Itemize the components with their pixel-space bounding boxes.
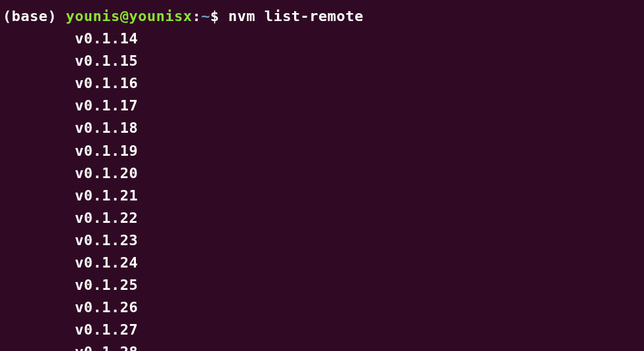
command-text: nvm list-remote [228,8,364,24]
output-version-line: v0.1.21 [3,185,641,207]
output-version-line: v0.1.24 [3,252,641,274]
output-version-line: v0.1.28 [3,341,641,351]
output-version-line: v0.1.22 [3,207,641,229]
prompt-dollar: $ [210,8,228,24]
user-host: younis@younisx [66,8,192,24]
output-version-line: v0.1.15 [3,50,641,72]
prompt-colon: : [192,8,202,24]
output-version-line: v0.1.14 [3,28,641,50]
output-version-line: v0.1.17 [3,95,641,117]
output-version-line: v0.1.25 [3,274,641,296]
output-version-line: v0.1.20 [3,162,641,185]
output-version-line: v0.1.16 [3,72,641,95]
env-prefix: (base) [3,8,66,24]
prompt-path: ~ [201,8,210,24]
terminal-prompt-line[interactable]: (base) younis@younisx:~$ nvm list-remote [3,5,641,28]
output-version-line: v0.1.18 [3,117,641,139]
output-version-line: v0.1.19 [3,140,641,162]
output-version-line: v0.1.27 [3,319,641,341]
output-version-line: v0.1.26 [3,296,641,319]
output-version-line: v0.1.23 [3,229,641,252]
